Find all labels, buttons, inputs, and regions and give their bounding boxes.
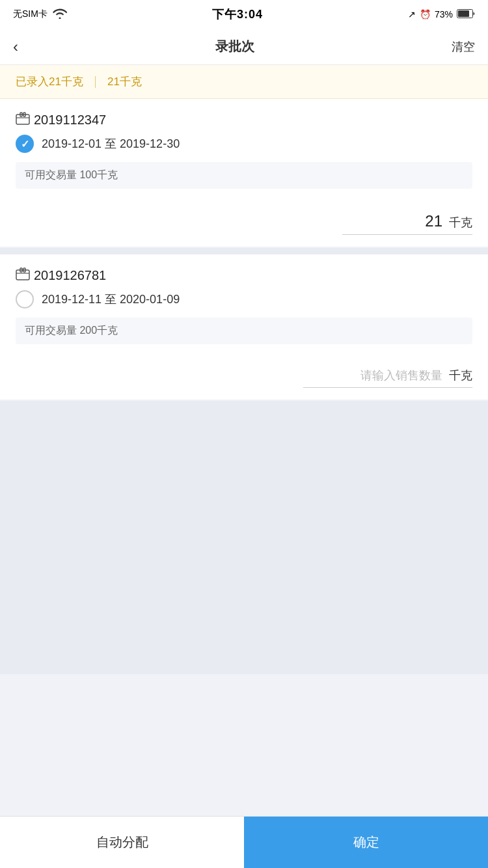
radio-2[interactable]	[16, 290, 34, 308]
battery-text: 73%	[435, 9, 453, 20]
wifi-icon	[53, 8, 67, 21]
recorded-label: 已录入21千克	[16, 74, 83, 89]
section-divider	[0, 248, 488, 254]
batch-card-2: 2019126781 2019-12-11 至 2020-01-09 可用交易量…	[0, 254, 488, 400]
batch-card-1: 2019112347 ✓ 2019-12-01 至 2019-12-30 可用交…	[0, 99, 488, 247]
alarm-icon: ⏰	[420, 9, 431, 20]
no-sim-text: 无SIM卡	[13, 8, 47, 20]
batch-icon-2	[16, 267, 30, 284]
svg-rect-2	[16, 115, 29, 124]
batch-date-row-1[interactable]: ✓ 2019-12-01 至 2019-12-30	[16, 135, 472, 153]
batch-date-row-2[interactable]: 2019-12-11 至 2020-01-09	[16, 290, 472, 308]
batch-id-row-1: 2019112347	[16, 112, 472, 128]
info-banner: 已录入21千克 21千克	[0, 65, 488, 99]
entered-value-1: 21	[425, 212, 442, 230]
sales-input-placeholder: 请输入销售数量	[360, 368, 442, 383]
check-icon-1: ✓	[21, 138, 29, 150]
batch-date-2: 2019-12-11 至 2020-01-09	[42, 292, 180, 307]
info-divider	[95, 76, 96, 88]
batch-avail-1: 可用交易量 100千克	[16, 162, 472, 189]
back-button[interactable]: ‹	[13, 38, 18, 56]
batch-date-1: 2019-12-01 至 2019-12-30	[42, 136, 180, 152]
status-left: 无SIM卡	[13, 8, 67, 21]
clear-button[interactable]: 清空	[452, 39, 475, 55]
bottom-bar: 自动分配 确定	[0, 816, 488, 868]
unit-label-2: 千克	[449, 368, 472, 383]
confirm-button[interactable]: 确定	[244, 817, 488, 868]
battery-icon	[457, 9, 475, 20]
unit-label-1: 千克	[449, 215, 472, 230]
page-title: 录批次	[215, 38, 254, 55]
bottom-spacer	[0, 674, 488, 726]
svg-rect-1	[458, 10, 469, 17]
empty-area	[0, 401, 488, 674]
batch-id-1: 2019112347	[34, 113, 106, 128]
nav-bar: ‹ 录批次 清空	[0, 29, 488, 65]
status-right: ↗ ⏰ 73%	[408, 9, 475, 20]
radio-1[interactable]: ✓	[16, 135, 34, 153]
batch-id-row-2: 2019126781	[16, 267, 472, 284]
status-time: 下午3:04	[212, 7, 263, 22]
batch-icon-1	[16, 112, 30, 128]
status-bar: 无SIM卡 下午3:04 ↗ ⏰ 73%	[0, 0, 488, 29]
info-amount: 21千克	[107, 74, 142, 89]
location-icon: ↗	[408, 9, 416, 20]
svg-rect-6	[16, 270, 29, 280]
batch-id-2: 2019126781	[34, 268, 106, 283]
batch-avail-2: 可用交易量 200千克	[16, 318, 472, 344]
auto-distribute-button[interactable]: 自动分配	[0, 817, 244, 868]
